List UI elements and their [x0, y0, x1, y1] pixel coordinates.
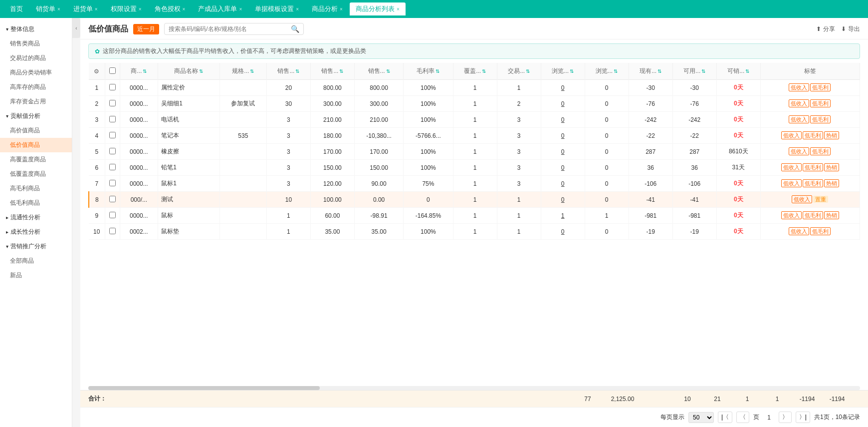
row-checkbox[interactable] [109, 212, 116, 218]
sidebar-item-all-goods[interactable]: 全部商品 [0, 254, 72, 268]
cell-col7[interactable]: 0 [541, 176, 585, 192]
cell-col7[interactable]: 0 [541, 128, 585, 144]
row-checkbox[interactable] [109, 228, 116, 234]
cell-checkbox[interactable] [105, 160, 120, 176]
cell-col7[interactable]: 0 [541, 96, 585, 112]
sidebar-item-traded-goods[interactable]: 交易过的商品 [0, 51, 72, 65]
th-settings[interactable]: ⚙ [89, 63, 105, 80]
close-icon[interactable]: × [95, 6, 98, 12]
cell-checkbox[interactable] [105, 96, 120, 112]
cell-col9: -242 [629, 112, 672, 128]
cell-days: 0天 [716, 96, 760, 112]
nav-sales-order[interactable]: 销货单 × [30, 2, 66, 15]
table-wrapper[interactable]: ⚙ 商...⇅ 商品名称⇅ 规格...⇅ 销售...⇅ 销售...⇅ 销售...… [80, 63, 868, 386]
select-all-checkbox[interactable] [109, 67, 116, 74]
row-checkbox[interactable] [109, 164, 116, 170]
cell-col7[interactable]: 0 [541, 160, 585, 176]
sidebar-item-high-coverage[interactable]: 高覆盖度商品 [0, 152, 72, 167]
cell-col4: 75% [404, 176, 453, 192]
close-icon[interactable]: × [397, 6, 400, 12]
row-checkbox[interactable] [109, 132, 116, 138]
cell-code: 0000... [120, 176, 158, 192]
cell-checkbox[interactable] [105, 176, 120, 192]
row-checkbox[interactable] [109, 196, 116, 202]
nav-template-settings[interactable]: 单据模板设置 × [249, 2, 305, 15]
search-icon[interactable]: 🔍 [291, 25, 299, 33]
sidebar-item-high-margin[interactable]: 高毛利商品 [0, 181, 72, 196]
row-checkbox[interactable] [109, 84, 116, 90]
th-checkbox[interactable] [105, 63, 120, 80]
th-sellable-stock: 可销...⇅ [716, 63, 760, 80]
cell-col8: 0 [585, 128, 629, 144]
last-page-button[interactable]: 〉| [796, 412, 810, 423]
next-page-button[interactable]: 〉 [779, 412, 792, 423]
sidebar-item-inventory-capital[interactable]: 库存资金占用 [0, 94, 72, 109]
cell-checkbox[interactable] [105, 192, 120, 208]
export-button[interactable]: ⬇ 导出 [841, 25, 860, 33]
cell-checkbox[interactable] [105, 80, 120, 96]
sidebar-item-low-coverage[interactable]: 低覆盖度商品 [0, 167, 72, 181]
row-checkbox[interactable] [109, 100, 116, 106]
sidebar-item-category-rate[interactable]: 商品分类动销率 [0, 65, 72, 80]
search-input[interactable] [169, 25, 289, 32]
total-records: 共1页，10条记录 [814, 413, 860, 422]
cell-checkbox[interactable] [105, 112, 120, 128]
nav-product-analysis[interactable]: 商品分析 × [306, 2, 349, 15]
cell-checkbox[interactable] [105, 224, 120, 240]
cell-checkbox[interactable] [105, 208, 120, 224]
sidebar-item-low-margin[interactable]: 低毛利商品 [0, 196, 72, 210]
sidebar-item-sales-goods[interactable]: 销售类商品 [0, 36, 72, 51]
cell-col7[interactable]: 0 [541, 80, 585, 96]
page-label: 页 [753, 413, 759, 422]
sidebar-item-high-inventory[interactable]: 高库存的商品 [0, 80, 72, 94]
cell-checkbox[interactable] [105, 144, 120, 160]
prev-page-button[interactable]: 〈 [736, 412, 749, 423]
sidebar-item-high-value[interactable]: 高价值商品 [0, 123, 72, 138]
cell-col7[interactable]: 0 [541, 224, 585, 240]
cell-col6: 3 [497, 176, 541, 192]
first-page-button[interactable]: |〈 [718, 412, 732, 423]
sidebar-item-low-value[interactable]: 低价值商品 [0, 138, 72, 152]
cell-col7[interactable]: 1 [541, 208, 585, 224]
nav-home[interactable]: 首页 [4, 2, 29, 15]
row-checkbox[interactable] [109, 148, 116, 154]
cell-col7[interactable]: 0 [541, 112, 585, 128]
nav-roles[interactable]: 角色授权 × [149, 2, 192, 15]
nav-purchase-order[interactable]: 进货单 × [67, 2, 104, 15]
close-icon[interactable]: × [340, 6, 343, 12]
cell-col7[interactable]: 0 [541, 192, 585, 208]
close-icon[interactable]: × [296, 6, 299, 12]
cell-checkbox[interactable] [105, 128, 120, 144]
close-icon[interactable]: × [239, 6, 242, 12]
sidebar-group-contribution[interactable]: ▾ 贡献值分析 [0, 109, 72, 123]
chevron-right-icon: ▸ [6, 215, 8, 220]
cell-days: 0天 [716, 128, 760, 144]
close-icon[interactable]: × [183, 6, 186, 12]
share-button[interactable]: ⬆ 分享 [816, 25, 835, 33]
nav-permissions[interactable]: 权限设置 × [105, 2, 148, 15]
cell-col9: -76 [629, 96, 672, 112]
sidebar-item-new-goods[interactable]: 新品 [0, 268, 72, 283]
sidebar-group-overall[interactable]: ▾ 整体信息 [0, 22, 72, 36]
cell-code: 0000... [120, 208, 158, 224]
cell-no: 8 [89, 192, 105, 208]
cell-code: 0000... [120, 80, 158, 96]
table-scrollbar[interactable] [88, 386, 860, 390]
close-icon[interactable]: × [57, 6, 60, 12]
sidebar-group-growth[interactable]: ▸ 成长性分析 [0, 225, 72, 239]
row-checkbox[interactable] [109, 180, 116, 186]
sidebar-group-circulation[interactable]: ▸ 流通性分析 [0, 210, 72, 225]
collapse-sidebar-button[interactable]: ‹ [72, 18, 80, 38]
page-size-select[interactable]: 50 100 200 [688, 412, 714, 423]
cell-code: 0000... [120, 112, 158, 128]
table-row: 10 0002... 鼠标垫 1 35.00 35.00 100% 1 1 0 … [89, 224, 860, 240]
nav-product-warehouse[interactable]: 产成品入库单 × [192, 2, 248, 15]
nav-product-analysis-list[interactable]: 商品分析列表 × [350, 2, 406, 15]
cell-name: 笔记本 [158, 128, 220, 144]
close-icon[interactable]: × [139, 6, 142, 12]
time-filter-button[interactable]: 近一月 [133, 24, 159, 34]
sidebar-group-marketing[interactable]: ▾ 营销推广分析 [0, 239, 72, 254]
row-checkbox[interactable] [109, 116, 116, 122]
footer-total: 合计： 77 2,125.00 10 21 1 1 -1194 -1194 [80, 390, 868, 407]
cell-col7[interactable]: 0 [541, 144, 585, 160]
